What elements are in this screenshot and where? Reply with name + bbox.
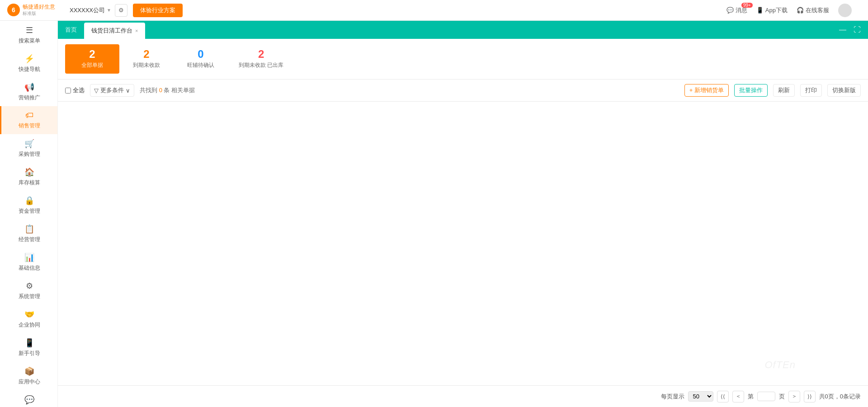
search-menu-icon: ☰ — [26, 25, 33, 35]
sidebar-item-operation[interactable]: 📋 经营管理 — [0, 220, 57, 248]
guide-icon: 📱 — [24, 338, 34, 348]
sidebar-label-app-center: 应用中心 — [19, 378, 40, 386]
sidebar-label-search: 搜索菜单 — [19, 37, 40, 45]
logo-sub: 标准版 — [23, 10, 55, 17]
select-all-checkbox[interactable] — [65, 88, 71, 94]
sidebar-item-quick-nav[interactable]: ⚡ 快捷导航 — [0, 49, 57, 78]
quick-nav-icon: ⚡ — [24, 54, 34, 64]
pagination-bar: 每页显示 10 20 50 100 ⟨⟨ ＜ 第 1 页 ＞ ⟩⟩ 共0页，0条… — [58, 385, 868, 407]
sidebar-item-sales[interactable]: 🏷 销售管理 — [0, 106, 57, 134]
system-icon: ⚙ — [26, 281, 33, 291]
page-input[interactable]: 1 — [757, 392, 775, 401]
online-service-btn[interactable]: 🎧 在线客服 — [797, 6, 829, 14]
last-page-btn[interactable]: ⟩⟩ — [804, 391, 816, 402]
stat-num-wangfu: 0 — [184, 48, 217, 61]
sidebar-item-app-center[interactable]: 📦 应用中心 — [0, 362, 57, 390]
sidebar-item-purchase[interactable]: 🛒 采购管理 — [0, 134, 57, 163]
sidebar-item-system[interactable]: ⚙ 系统管理 — [0, 276, 57, 305]
batch-btn[interactable]: 批量操作 — [734, 84, 768, 97]
page-size-label: 每页显示 — [661, 393, 684, 401]
inventory-icon: 🏠 — [24, 167, 34, 177]
gear-icon: ⚙ — [118, 7, 124, 14]
tab-close-btn[interactable]: × — [135, 28, 138, 33]
cooperation-icon: 🤝 — [24, 309, 34, 319]
trial-btn[interactable]: 体验行业方案 — [133, 4, 183, 17]
page-size-select[interactable]: 10 20 50 100 — [688, 391, 713, 402]
sidebar-item-finance[interactable]: 🔒 资金管理 — [0, 191, 57, 220]
sidebar-item-inventory[interactable]: 🏠 库存核算 — [0, 163, 57, 191]
stat-card-shipped[interactable]: 2 到期未收款 已出库 — [228, 44, 294, 74]
logo-name: 畅捷通好生意 — [23, 4, 55, 10]
app-download-btn[interactable]: 📱 App下载 — [756, 6, 788, 14]
service-icon: 🎧 — [797, 7, 804, 14]
prev-page-btn[interactable]: ＜ — [732, 391, 744, 402]
message-icon: 💬 — [726, 7, 734, 14]
print-btn[interactable]: 打印 — [800, 84, 822, 97]
empty-state — [58, 102, 868, 385]
purchase-icon: 🛒 — [24, 139, 34, 149]
page-label: 第 — [748, 393, 754, 401]
page-label-end: 页 — [779, 393, 785, 401]
new-sales-btn[interactable]: + 新增销货单 — [684, 84, 729, 97]
sidebar-item-wechat-biz[interactable]: 💬 企业微信 — [0, 390, 57, 407]
sidebar: ☰ 搜索菜单 ⚡ 快捷导航 📢 营销推广 🏷 销售管理 🛒 采购管理 🏠 库存核… — [0, 21, 58, 407]
sidebar-label-marketing: 营销推广 — [19, 94, 40, 102]
sidebar-item-guide[interactable]: 📱 新手引导 — [0, 333, 57, 362]
refresh-btn[interactable]: 刷新 — [773, 84, 795, 97]
sidebar-label-quick: 快捷导航 — [19, 65, 40, 73]
tab-maximize-btn[interactable]: ⛶ — [852, 24, 863, 35]
sidebar-item-search-menu[interactable]: ☰ 搜索菜单 — [0, 21, 57, 49]
next-page-btn[interactable]: ＞ — [788, 391, 800, 402]
stat-label-wangfu: 旺辅待确认 — [184, 61, 217, 69]
first-page-btn[interactable]: ⟨⟨ — [717, 391, 729, 402]
avatar[interactable] — [838, 4, 852, 17]
main-content: 首页 钱货日清工作台 × — ⛶ 2 全部单据 2 到期未收款 0 — [58, 21, 868, 407]
wechat-biz-icon: 💬 — [24, 395, 34, 405]
basic-info-icon: 📊 — [24, 253, 34, 262]
marketing-icon: 📢 — [24, 82, 34, 92]
stat-label-overdue: 到期未收款 — [130, 61, 163, 69]
sidebar-label-operation: 经营管理 — [19, 236, 40, 243]
toolbar: 全选 ▽ 更多条件 ∨ 共找到 0 条 相关单据 + 新增销货单 批量操作 刷新 — [58, 80, 868, 102]
logo-area: 6 畅捷通好生意 标准版 — [7, 4, 65, 16]
tab-minimize-btn[interactable]: — — [837, 24, 848, 35]
stats-cards: 2 全部单据 2 到期未收款 0 旺辅待确认 2 到期未收款 已出库 — [58, 39, 868, 80]
sidebar-item-basic-info[interactable]: 📊 基础信息 — [0, 248, 57, 276]
filter-icon: ▽ — [94, 87, 99, 94]
app-center-icon: 📦 — [24, 366, 34, 376]
sidebar-label-basic-info: 基础信息 — [19, 264, 40, 272]
stat-num-shipped: 2 — [239, 48, 283, 61]
sidebar-label-system: 系统管理 — [19, 293, 40, 300]
sidebar-label-inventory: 库存核算 — [19, 179, 40, 187]
stat-card-wangfu[interactable]: 0 旺辅待确认 — [174, 44, 228, 74]
toolbar-right: + 新增销货单 批量操作 刷新 打印 切换新版 — [684, 84, 861, 97]
switch-btn[interactable]: 切换新版 — [827, 84, 861, 97]
sidebar-item-cooperation[interactable]: 🤝 企业协同 — [0, 305, 57, 333]
top-header: 6 畅捷通好生意 标准版 XXXXXX公司 ▼ ⚙ 体验行业方案 💬 消息 99… — [0, 0, 868, 21]
logo-icon: 6 — [7, 4, 20, 16]
company-selector[interactable]: XXXXXX公司 ▼ — [70, 6, 111, 14]
layout: ☰ 搜索菜单 ⚡ 快捷导航 📢 营销推广 🏷 销售管理 🛒 采购管理 🏠 库存核… — [0, 21, 868, 407]
stat-label-shipped: 到期未收款 已出库 — [239, 61, 283, 69]
sidebar-label-guide: 新手引导 — [19, 350, 40, 357]
sidebar-label-finance: 资金管理 — [19, 207, 40, 215]
message-btn[interactable]: 💬 消息 99+ — [726, 6, 747, 14]
sidebar-item-marketing[interactable]: 📢 营销推广 — [0, 78, 57, 106]
sidebar-label-purchase: 采购管理 — [19, 150, 40, 158]
stat-num-overdue: 2 — [130, 48, 163, 61]
operation-icon: 📋 — [24, 224, 34, 234]
sales-icon: 🏷 — [25, 111, 33, 120]
sidebar-label-cooperation: 企业协同 — [19, 321, 40, 329]
filter-btn[interactable]: ▽ 更多条件 ∨ — [90, 84, 134, 97]
table-area — [58, 102, 868, 385]
stat-label-all: 全部单据 — [76, 61, 108, 69]
settings-button[interactable]: ⚙ — [115, 4, 127, 17]
tab-active[interactable]: 钱货日清工作台 × — [84, 23, 145, 39]
sidebar-label-sales: 销售管理 — [19, 122, 40, 130]
stat-card-all[interactable]: 2 全部单据 — [65, 44, 119, 74]
stat-card-overdue[interactable]: 2 到期未收款 — [119, 44, 174, 74]
select-all-label[interactable]: 全选 — [65, 86, 85, 94]
tab-bar: 首页 钱货日清工作台 × — ⛶ — [58, 21, 868, 39]
found-count: 0 — [159, 87, 162, 94]
tab-home[interactable]: 首页 — [58, 21, 84, 39]
